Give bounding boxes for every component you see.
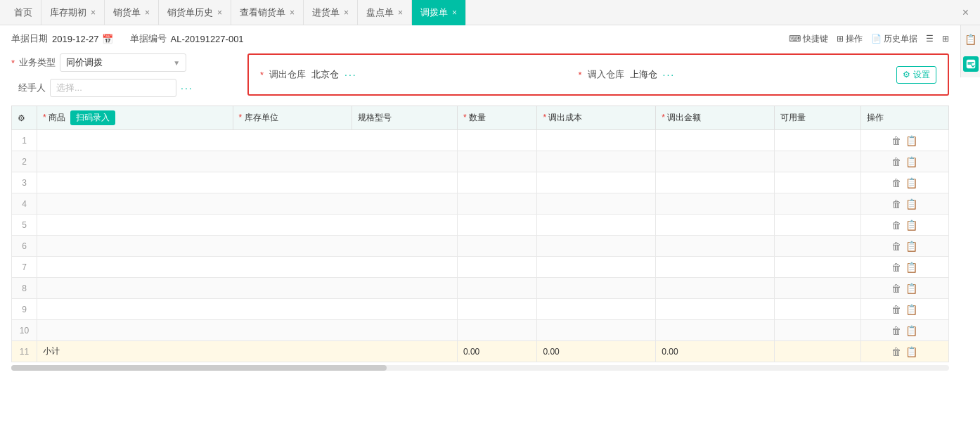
tab-home[interactable]: 首页 bbox=[6, 0, 41, 25]
column-settings[interactable]: ⚙ bbox=[12, 106, 37, 130]
table-settings-icon[interactable]: ⚙ bbox=[18, 113, 25, 123]
row-product-unit-spec[interactable] bbox=[37, 215, 458, 236]
row-quantity[interactable] bbox=[457, 193, 536, 215]
row-product-unit-spec[interactable] bbox=[37, 320, 458, 341]
row-quantity[interactable] bbox=[457, 299, 536, 320]
row-copy-icon[interactable]: 📋 bbox=[905, 241, 917, 252]
row-amount[interactable] bbox=[656, 151, 775, 172]
row-amount[interactable] bbox=[656, 172, 775, 193]
tab-inventory-check-close[interactable]: × bbox=[398, 8, 403, 18]
row-quantity[interactable] bbox=[457, 172, 536, 193]
operations-button[interactable]: ⊞ 操作 bbox=[837, 33, 863, 45]
window-close-button[interactable]: × bbox=[957, 6, 974, 19]
row-quantity[interactable] bbox=[457, 257, 536, 278]
calendar-icon[interactable]: 📅 bbox=[102, 34, 113, 44]
handler-more-button[interactable]: ··· bbox=[181, 82, 193, 94]
row-copy-icon[interactable]: 📋 bbox=[905, 177, 917, 189]
tab-sales-history[interactable]: 销货单历史 × bbox=[159, 0, 231, 25]
row-copy-icon[interactable]: 📋 bbox=[905, 304, 917, 315]
row-copy-icon[interactable]: 📋 bbox=[905, 156, 917, 167]
horizontal-scrollbar[interactable] bbox=[11, 365, 949, 371]
row-product-unit-spec[interactable] bbox=[37, 299, 458, 320]
row-copy-icon[interactable]: 📋 bbox=[905, 219, 917, 231]
row-cost[interactable] bbox=[537, 236, 656, 257]
shortcuts-button[interactable]: ⌨ 快捷键 bbox=[789, 33, 828, 45]
row-copy-icon[interactable]: 📋 bbox=[905, 283, 917, 294]
row-delete-icon[interactable]: 🗑 bbox=[891, 325, 901, 336]
row-copy-icon[interactable]: 📋 bbox=[905, 135, 917, 146]
row-product-unit-spec[interactable] bbox=[37, 278, 458, 299]
row-quantity[interactable] bbox=[457, 130, 536, 151]
tab-sales-order-close[interactable]: × bbox=[145, 8, 150, 18]
row-quantity[interactable] bbox=[457, 278, 536, 299]
row-copy-icon[interactable]: 📋 bbox=[905, 198, 917, 210]
transfer-out-value[interactable]: 北京仓 bbox=[311, 68, 339, 81]
row-product-unit-spec[interactable] bbox=[37, 151, 458, 172]
row-amount[interactable] bbox=[656, 299, 775, 320]
row-delete-icon[interactable]: 🗑 bbox=[891, 304, 901, 315]
row-cost[interactable] bbox=[537, 151, 656, 172]
subtotal-delete-icon[interactable]: 🗑 bbox=[891, 346, 901, 357]
row-delete-icon[interactable]: 🗑 bbox=[891, 177, 901, 189]
tab-view-sales[interactable]: 查看销货单 × bbox=[231, 0, 304, 25]
row-cost[interactable] bbox=[537, 130, 656, 151]
tab-transfer[interactable]: 调拨单 × bbox=[412, 0, 466, 25]
handler-select[interactable]: 选择... bbox=[50, 79, 176, 97]
settings-button[interactable]: ⚙ 设置 bbox=[896, 66, 936, 84]
row-amount[interactable] bbox=[656, 320, 775, 341]
row-cost[interactable] bbox=[537, 257, 656, 278]
sidebar-transfer-icon[interactable] bbox=[963, 56, 979, 72]
tab-view-sales-close[interactable]: × bbox=[290, 8, 295, 18]
tab-sales-order[interactable]: 销货单 × bbox=[105, 0, 159, 25]
row-quantity[interactable] bbox=[457, 236, 536, 257]
row-quantity[interactable] bbox=[457, 215, 536, 236]
row-copy-icon[interactable]: 📋 bbox=[905, 262, 917, 273]
row-product-unit-spec[interactable] bbox=[37, 236, 458, 257]
tab-transfer-close[interactable]: × bbox=[452, 8, 457, 18]
row-product-unit-spec[interactable] bbox=[37, 257, 458, 278]
tab-inventory-init[interactable]: 库存期初 × bbox=[41, 0, 105, 25]
row-amount[interactable] bbox=[656, 257, 775, 278]
layout-toggle-list[interactable]: ☰ bbox=[926, 34, 934, 44]
qty-col-label: 数量 bbox=[469, 113, 486, 122]
history-button[interactable]: 📄 历史单据 bbox=[871, 33, 917, 45]
row-cost[interactable] bbox=[537, 215, 656, 236]
business-type-select[interactable]: 同价调拨 ▼ bbox=[60, 53, 186, 72]
transfer-in-more-button[interactable]: ··· bbox=[663, 69, 676, 80]
row-cost[interactable] bbox=[537, 172, 656, 193]
row-delete-icon[interactable]: 🗑 bbox=[891, 241, 901, 252]
row-delete-icon[interactable]: 🗑 bbox=[891, 198, 901, 210]
tab-purchase[interactable]: 进货单 × bbox=[304, 0, 358, 25]
row-cost[interactable] bbox=[537, 193, 656, 215]
row-num: 4 bbox=[12, 193, 37, 215]
tab-purchase-close[interactable]: × bbox=[344, 8, 349, 18]
row-cost[interactable] bbox=[537, 320, 656, 341]
row-delete-icon[interactable]: 🗑 bbox=[891, 156, 901, 167]
row-delete-icon[interactable]: 🗑 bbox=[891, 219, 901, 231]
row-delete-icon[interactable]: 🗑 bbox=[891, 283, 901, 294]
sidebar-doc-icon[interactable]: 📋 bbox=[962, 31, 979, 48]
transfer-out-more-button[interactable]: ··· bbox=[344, 69, 357, 80]
tab-inventory-init-close[interactable]: × bbox=[91, 8, 96, 18]
row-amount[interactable] bbox=[656, 215, 775, 236]
tab-sales-history-close[interactable]: × bbox=[217, 8, 222, 18]
row-cost[interactable] bbox=[537, 278, 656, 299]
row-product-unit-spec[interactable] bbox=[37, 193, 458, 215]
row-amount[interactable] bbox=[656, 130, 775, 151]
subtotal-copy-icon[interactable]: 📋 bbox=[905, 346, 917, 357]
row-delete-icon[interactable]: 🗑 bbox=[891, 135, 901, 146]
row-quantity[interactable] bbox=[457, 151, 536, 172]
tab-inventory-check[interactable]: 盘点单 × bbox=[358, 0, 412, 25]
row-product-unit-spec[interactable] bbox=[37, 172, 458, 193]
row-cost[interactable] bbox=[537, 299, 656, 320]
row-amount[interactable] bbox=[656, 236, 775, 257]
row-copy-icon[interactable]: 📋 bbox=[905, 325, 917, 336]
transfer-in-value[interactable]: 上海仓 bbox=[630, 68, 657, 81]
layout-toggle-grid[interactable]: ⊞ bbox=[942, 34, 949, 44]
row-delete-icon[interactable]: 🗑 bbox=[891, 262, 901, 273]
row-product-unit-spec[interactable] bbox=[37, 130, 458, 151]
scan-button[interactable]: 扫码录入 bbox=[70, 110, 115, 125]
row-amount[interactable] bbox=[656, 278, 775, 299]
row-amount[interactable] bbox=[656, 193, 775, 215]
row-quantity[interactable] bbox=[457, 320, 536, 341]
